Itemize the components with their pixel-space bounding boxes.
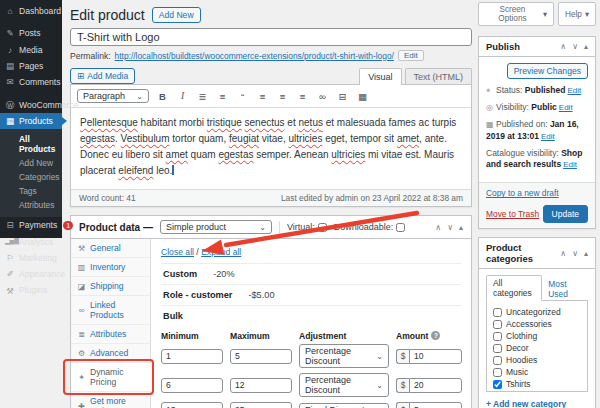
align-right-button[interactable]: ≡ — [296, 91, 309, 102]
adjustment-select[interactable]: Percentage Discount⌄ — [299, 344, 389, 368]
tab-inventory[interactable]: ▥Inventory — [71, 258, 150, 277]
minimum-input[interactable] — [161, 349, 223, 364]
sidebar-item-products[interactable]: ▦Products — [0, 113, 62, 129]
tab-all-categories[interactable]: All categories — [486, 275, 542, 301]
add-media-button[interactable]: ⊞Add Media — [70, 68, 135, 84]
tab-shipping[interactable]: ◪Shipping — [71, 277, 150, 296]
category-checkbox[interactable] — [493, 380, 502, 389]
sidebar-item-media[interactable]: ♪Media — [0, 42, 62, 58]
move-up-icon[interactable]: ∧ — [560, 249, 566, 258]
tab-attributes[interactable]: ≣Attributes — [71, 325, 150, 344]
sidebar-item-pages[interactable]: ▤Pages — [0, 58, 62, 74]
move-down-icon[interactable]: ∨ — [447, 223, 453, 232]
tab-text-html[interactable]: Text (HTML) — [405, 68, 473, 85]
help-icon[interactable]: ? — [431, 331, 440, 340]
product-type-select[interactable]: Simple product⌄ — [160, 220, 272, 234]
sidebar-item-appearance[interactable]: ✐Appearance — [0, 266, 62, 282]
copy-to-draft-link[interactable]: Copy to a new draft — [486, 188, 559, 198]
submenu-item-categories[interactable]: Categories — [0, 170, 62, 184]
update-button[interactable]: Update — [543, 205, 588, 223]
tab-dynamic-pricing[interactable]: ✦Dynamic Pricing — [71, 363, 151, 392]
help-button[interactable]: Help▾ — [558, 2, 596, 26]
editor-toolbar: Paragraph⌄ B I ≣ ≡ “ ≡ ≡ ≡ ∞ ⊟ ▦ — [71, 85, 471, 108]
close-all-link[interactable]: Close all — [161, 247, 194, 257]
move-up-icon[interactable]: ∧ — [435, 223, 441, 232]
tab-most-used[interactable]: Most Used — [542, 277, 588, 301]
panel-toggle-icon[interactable]: ▴ — [584, 42, 588, 51]
category-checkbox[interactable] — [493, 368, 502, 377]
editor-text: ultricies — [288, 133, 322, 144]
minimum-input[interactable] — [161, 378, 223, 393]
add-new-category-link[interactable]: + Add new category — [486, 399, 566, 408]
move-up-icon[interactable]: ∧ — [560, 42, 566, 51]
align-left-button[interactable]: ≡ — [256, 91, 269, 102]
edit-status-link[interactable]: Edit — [567, 86, 581, 95]
pricing-rule-custom[interactable]: Custom-20% — [161, 263, 461, 284]
add-new-button[interactable]: Add New — [152, 7, 201, 23]
minimum-input[interactable] — [161, 402, 223, 408]
expand-all-link[interactable]: Expand all — [201, 247, 241, 257]
toolbar-toggle-button[interactable]: ▦ — [356, 91, 369, 102]
maximum-input[interactable] — [230, 402, 292, 408]
edit-catalogue-link[interactable]: Edit — [563, 160, 577, 169]
product-title-input[interactable] — [70, 28, 472, 46]
edit-visibility-link[interactable]: Edit — [559, 103, 573, 112]
sidebar-item-comments[interactable]: ✉Comments — [0, 74, 62, 90]
category-checkbox[interactable] — [493, 308, 502, 317]
maximum-input[interactable] — [230, 378, 292, 393]
maximum-input[interactable] — [230, 349, 292, 364]
sidebar-item-dashboard[interactable]: ⌂Dashboard — [0, 3, 62, 19]
adjustment-select[interactable]: Fixed Discount⌄ — [299, 403, 389, 408]
category-checkbox[interactable] — [493, 344, 502, 353]
category-checkbox[interactable] — [493, 356, 502, 365]
bold-button[interactable]: B — [156, 91, 169, 102]
panel-toggle-icon[interactable]: ▴ — [584, 249, 588, 258]
move-down-icon[interactable]: ∨ — [572, 249, 578, 258]
tab-get-more-options[interactable]: ✚Get more options — [71, 392, 150, 408]
edit-published-link[interactable]: Edit — [541, 132, 555, 141]
submenu-item-add-new[interactable]: Add New — [0, 156, 62, 170]
tab-linked-products[interactable]: ∞Linked Products — [71, 296, 150, 325]
submenu-item-attributes[interactable]: Attributes — [0, 198, 62, 212]
align-center-button[interactable]: ≡ — [276, 91, 289, 102]
pricing-rule-role-customer[interactable]: Role - customer-$5.00 — [161, 284, 461, 305]
pricing-rule-bulk[interactable]: Bulk — [161, 305, 461, 326]
tab-general[interactable]: ⚒General — [71, 239, 150, 258]
category-checkbox[interactable] — [493, 332, 502, 341]
permalink-edit-button[interactable]: Edit — [398, 50, 424, 61]
editor-text: egestas — [218, 149, 253, 160]
bullet-list-button[interactable]: ≣ — [196, 91, 209, 102]
rule-summary: -20% — [213, 269, 234, 279]
italic-button[interactable]: I — [176, 91, 189, 101]
move-down-icon[interactable]: ∨ — [572, 42, 578, 51]
more-tag-button[interactable]: ⊟ — [336, 91, 349, 102]
tab-advanced[interactable]: ⚙Advanced — [71, 344, 150, 363]
screen-options-button[interactable]: Screen Options▾ — [478, 2, 554, 26]
amount-input[interactable] — [409, 402, 462, 408]
panel-toggle-icon[interactable]: ▴ — [459, 223, 463, 232]
link-button[interactable]: ∞ — [316, 91, 329, 102]
downloadable-checkbox[interactable] — [396, 223, 405, 232]
rule-title: Custom — [163, 269, 197, 279]
amount-input[interactable] — [409, 349, 462, 364]
tab-visual[interactable]: Visual — [359, 68, 401, 85]
blockquote-button[interactable]: “ — [236, 91, 249, 102]
numbered-list-button[interactable]: ≡ — [216, 91, 229, 102]
paragraph-format-select[interactable]: Paragraph⌄ — [77, 89, 149, 103]
sidebar-item-woocommerce[interactable]: ⓌWooCommerce — [0, 97, 62, 113]
editor-content[interactable]: Pellentesque habitant morbi tristique se… — [71, 108, 471, 189]
preview-changes-button[interactable]: Preview Changes — [507, 63, 588, 79]
sidebar-item-posts[interactable]: ✎Posts — [0, 25, 62, 41]
submenu-item-tags[interactable]: Tags — [0, 184, 62, 198]
sidebar-item-analytics[interactable]: ▂▅▇Analytics — [0, 234, 62, 250]
sidebar-item-plugins[interactable]: ⚒Plugins — [0, 282, 62, 298]
amount-input[interactable] — [409, 378, 462, 393]
sidebar-item-marketing[interactable]: ⚐Marketing — [0, 250, 62, 266]
submenu-item-all-products[interactable]: All Products — [0, 132, 62, 156]
permalink-url[interactable]: http://localhost/buildtest/woocommerce-e… — [115, 51, 394, 61]
category-checkbox[interactable] — [493, 320, 502, 329]
adjustment-select[interactable]: Percentage Discount⌄ — [299, 373, 389, 397]
move-to-trash-link[interactable]: Move to Trash — [486, 209, 539, 219]
virtual-checkbox[interactable] — [318, 223, 327, 232]
sidebar-item-payments[interactable]: ⊟Payments1 — [0, 217, 62, 233]
